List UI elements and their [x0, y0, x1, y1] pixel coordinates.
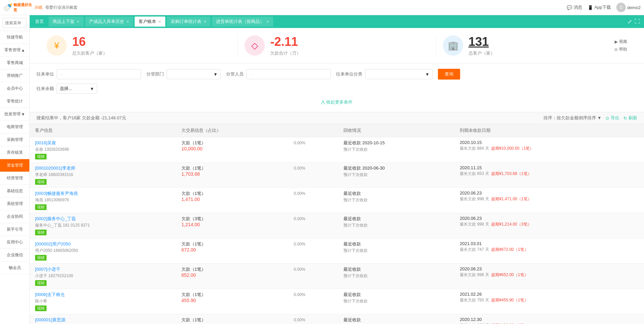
- tab-close-icon-5[interactable]: ✕: [266, 20, 269, 24]
- tab-close-icon-3[interactable]: ✕: [158, 20, 161, 24]
- filter-area: 往来单位 ··· 分管部门 ▼: [30, 63, 644, 112]
- sidebar-item-operation[interactable]: 经营管理: [0, 172, 29, 185]
- export-button[interactable]: ⊙ 导出: [606, 115, 619, 121]
- customer-name[interactable]: [0002]服务中心_丁磊: [35, 216, 171, 222]
- overdue-link[interactable]: 超期¥1,214.00（3笔）: [491, 222, 532, 227]
- menu-link[interactable]: 示眠: [34, 5, 43, 10]
- filter-customer-input[interactable]: ···: [57, 69, 141, 79]
- sidebar-item-member2[interactable]: 畅会员: [0, 262, 29, 274]
- overdue-link[interactable]: 超期¥672.00（1笔）: [491, 247, 528, 253]
- customer-name[interactable]: [0007]小迸干: [35, 266, 171, 272]
- tab-product-listing[interactable]: 商品上下架 ✕: [49, 17, 84, 27]
- tab-stock-stats[interactable]: 进货单统计表（按商品） ✕: [212, 17, 273, 27]
- logo-icon: 🍼: [3, 3, 12, 12]
- cell-due-date: 2020.06.23 最长欠款 998 天 超期¥1,471.00（1笔）: [454, 188, 644, 213]
- tab-close-icon[interactable]: ✕: [77, 20, 80, 24]
- maximize-icon[interactable]: ⛶: [635, 19, 640, 25]
- stat-card-2: ◇ -2.11 欠款合计（万）: [238, 35, 436, 56]
- sidebar-item-wholesale-mgmt[interactable]: 批发管理 ▼: [0, 108, 29, 121]
- refresh-button[interactable]: ↻ 刷新: [623, 115, 637, 121]
- app-download-button[interactable]: 📱 App下载: [588, 4, 611, 10]
- debt-amount[interactable]: 1,214.00: [181, 222, 283, 227]
- tab-close-icon-2[interactable]: ✕: [126, 20, 129, 24]
- content-area: 首页 商品上下架 ✕ 产成品入库单历史 ✕ 客户账本 ✕ 采购订单统计表 ✕: [30, 15, 644, 324]
- tab-stock-history[interactable]: 产成品入库单历史 ✕: [85, 17, 133, 27]
- sidebar-item-quicknav[interactable]: 快捷导航: [0, 31, 29, 44]
- sidebar-item-retail-mgmt[interactable]: 零售管理 ▲: [0, 44, 29, 57]
- debt-amount[interactable]: 10,000.00: [181, 146, 283, 151]
- search-button[interactable]: 查询: [438, 69, 460, 80]
- customer-name[interactable]: [000001]黄思源: [35, 317, 171, 323]
- tab-close-icon-4[interactable]: ✕: [203, 20, 206, 24]
- filter-balance-select[interactable]: 选择... ▼: [57, 84, 97, 94]
- overdue-link[interactable]: 超期¥652.00（1笔）: [491, 272, 528, 278]
- sidebar-item-retail-mall[interactable]: 零售商城: [0, 57, 29, 69]
- sidebar-item-system[interactable]: 系统管理: [0, 198, 29, 210]
- tag-current: 现销: [35, 305, 47, 311]
- sidebar-item-wechat[interactable]: 企业微信: [0, 249, 29, 262]
- stat-label-2: 欠款合计（万）: [270, 50, 301, 56]
- sidebar-item-marketing[interactable]: 营销推广: [0, 69, 29, 82]
- avatar: D: [616, 3, 626, 12]
- sidebar-item-retail-stats[interactable]: 零售统计: [0, 95, 29, 108]
- customer-name[interactable]: [0001020001]李老师: [35, 165, 171, 171]
- sidebar-item-inventory[interactable]: 库存核算: [0, 146, 29, 159]
- customer-name[interactable]: [000002]用户2050: [35, 241, 171, 247]
- video-action[interactable]: ▶ 视频: [615, 39, 627, 45]
- logo-area: 🍼 畅捷通好生意: [3, 2, 33, 12]
- debt-label: 欠款（1笔）: [181, 165, 283, 171]
- cell-customer-info: [000002]用户2050 用户2050 18665062050 现销: [30, 238, 176, 264]
- debt-amount[interactable]: 455.90: [181, 298, 283, 303]
- help-action[interactable]: ⊙ 帮助: [614, 47, 627, 52]
- sidebar-item-app[interactable]: 应用中心: [0, 236, 29, 249]
- max-overdue: 最长欠款 998 天: [460, 272, 489, 278]
- collapse-label: 收起更多条件: [326, 99, 353, 105]
- debt-amount[interactable]: 672.00: [181, 247, 283, 253]
- stats-row: ¥ 16 总欠款客户（家） ◇ -2.11 欠款合计（万）: [30, 28, 644, 63]
- filter-person-input[interactable]: ···: [246, 69, 331, 79]
- sidebar-item-member[interactable]: 会员中心: [0, 82, 29, 95]
- debt-pct: 0.00%: [294, 242, 333, 246]
- debt-amount[interactable]: 652.00: [181, 272, 283, 278]
- debt-pct: 0.00%: [294, 166, 333, 171]
- customer-name[interactable]: [0016]吴俊: [35, 140, 171, 146]
- overdue-link[interactable]: 超期¥455.90（1笔）: [491, 297, 528, 303]
- debt-amount[interactable]: 1,703.68: [181, 171, 283, 177]
- customer-name[interactable]: [0006]去下粮仓: [35, 292, 171, 298]
- stat-icon-building: 🏢: [443, 35, 463, 56]
- sort-label[interactable]: 排序：按欠款金额倒序排序 ▼: [543, 115, 602, 121]
- sidebar-item-finance[interactable]: 资金管理: [0, 159, 29, 172]
- sidebar-item-purchase[interactable]: 采购管理: [0, 134, 29, 146]
- sidebar-item-ecommerce[interactable]: 电商管理: [0, 121, 29, 134]
- video-label: 视频: [619, 39, 627, 45]
- message-button[interactable]: 💬 消息: [567, 4, 582, 10]
- overdue-link[interactable]: 超期¥429.00（1笔）: [491, 323, 528, 324]
- tag-current: 现销: [35, 154, 47, 159]
- overdue-link[interactable]: 超期¥1,471.00（1笔）: [491, 196, 532, 202]
- cell-debt-info: 欠款（1笔） 1,471.00: [176, 188, 288, 213]
- last-recv: 最近收款: [343, 317, 449, 323]
- filter-category-select[interactable]: ▼: [365, 69, 432, 79]
- tab-customer-ledger[interactable]: 客户账本 ✕: [135, 17, 165, 27]
- help-icon: ⊙: [614, 47, 618, 52]
- table-row: [0006]去下粮仓 陈小希 现销 欠款（1笔） 455.90 0.00% 最近…: [30, 289, 644, 314]
- table-row: [0001020001]李老师 李老师 18600391516 现销 欠款（1笔…: [30, 163, 644, 188]
- sidebar-item-guide[interactable]: 新手引导: [0, 223, 29, 236]
- tab-home[interactable]: 首页: [31, 19, 48, 25]
- collapse-row[interactable]: ⋀ 收起更多条件: [36, 98, 637, 107]
- search-input[interactable]: [3, 18, 27, 28]
- filter-dept-select[interactable]: ▼: [167, 69, 221, 79]
- overdue-link[interactable]: 超期¥1,703.68（1笔）: [491, 171, 532, 177]
- sidebar-item-collab[interactable]: 企业协同: [0, 210, 29, 223]
- customer-name[interactable]: [0003]畅捷服务尹海燕: [35, 190, 171, 197]
- cell-pct: 0.00%: [288, 264, 338, 289]
- due-date: 2020.06.23: [460, 190, 639, 196]
- user-menu[interactable]: D demo2: [616, 3, 641, 12]
- expand-icon[interactable]: ⤢: [627, 19, 632, 25]
- debt-amount[interactable]: 1,471.00: [181, 197, 283, 202]
- cell-recovery: 最近收款 预计下次收款: [338, 238, 454, 264]
- tab-purchase-order-stats[interactable]: 采购订单统计表 ✕: [167, 17, 211, 27]
- overdue-link[interactable]: 超期¥10,000.00（1笔）: [491, 146, 534, 151]
- sidebar-item-basic-info[interactable]: 基础信息: [0, 185, 29, 198]
- results-actions: 排序：按欠款金额倒序排序 ▼ ⊙ 导出 ↻ 刷新: [543, 115, 638, 121]
